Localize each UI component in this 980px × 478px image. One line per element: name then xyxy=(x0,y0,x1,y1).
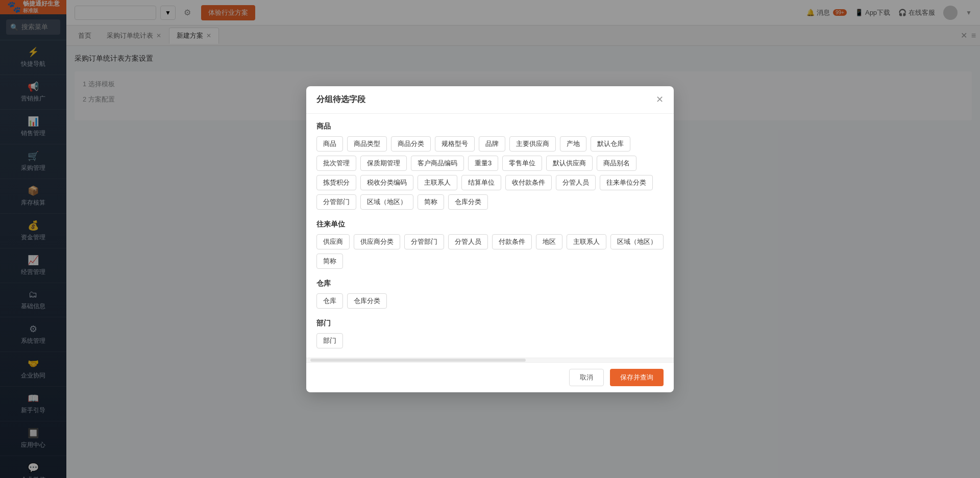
section-department-tags: 部门 xyxy=(316,333,664,348)
modal-overlay: 分组待选字段 ✕ 商品 商品 商品类型 商品分类 规格型号 品牌 主要供应商 产… xyxy=(0,0,980,478)
section-department: 部门 部门 xyxy=(316,319,664,348)
modal-footer: 取消 保存并查询 xyxy=(306,362,674,392)
field-tag[interactable]: 付款条件 xyxy=(492,234,532,249)
field-tag[interactable]: 重量3 xyxy=(468,156,498,171)
field-tag[interactable]: 默认仓库 xyxy=(591,136,630,152)
field-select-modal: 分组待选字段 ✕ 商品 商品 商品类型 商品分类 规格型号 品牌 主要供应商 产… xyxy=(306,86,674,392)
field-tag[interactable]: 批次管理 xyxy=(316,156,356,171)
section-product-title: 商品 xyxy=(316,122,664,131)
field-tag[interactable]: 区域（地区） xyxy=(610,234,664,249)
modal-body[interactable]: 商品 商品 商品类型 商品分类 规格型号 品牌 主要供应商 产地 默认仓库 批次… xyxy=(306,114,674,358)
field-tag[interactable]: 分管部门 xyxy=(404,234,444,249)
field-tag[interactable]: 区域（地区） xyxy=(360,194,413,210)
field-tag[interactable]: 供应商分类 xyxy=(354,234,400,249)
field-tag[interactable]: 分管部门 xyxy=(316,194,356,210)
field-tag[interactable]: 主联系人 xyxy=(567,234,606,249)
field-tag[interactable]: 品牌 xyxy=(479,136,505,152)
field-tag[interactable]: 供应商 xyxy=(316,234,350,249)
field-tag[interactable]: 拣货积分 xyxy=(316,175,356,190)
field-tag[interactable]: 零售单位 xyxy=(502,156,542,171)
field-tag[interactable]: 商品类型 xyxy=(347,136,387,152)
field-tag[interactable]: 保质期管理 xyxy=(360,156,407,171)
field-tag[interactable]: 部门 xyxy=(316,333,343,348)
field-tag[interactable]: 结算单位 xyxy=(461,175,501,190)
section-warehouse: 仓库 仓库 仓库分类 xyxy=(316,279,664,309)
section-product: 商品 商品 商品类型 商品分类 规格型号 品牌 主要供应商 产地 默认仓库 批次… xyxy=(316,122,664,210)
field-tag[interactable]: 主要供应商 xyxy=(509,136,556,152)
section-partner-tags: 供应商 供应商分类 分管部门 分管人员 付款条件 地区 主联系人 区域（地区） … xyxy=(316,234,664,269)
modal-hscrollbar[interactable] xyxy=(306,358,674,362)
section-product-tags: 商品 商品类型 商品分类 规格型号 品牌 主要供应商 产地 默认仓库 批次管理 … xyxy=(316,136,664,210)
hscroll-thumb[interactable] xyxy=(310,359,526,362)
field-tag[interactable]: 主联系人 xyxy=(418,175,457,190)
field-tag[interactable]: 默认供应商 xyxy=(546,156,593,171)
field-tag[interactable]: 仓库分类 xyxy=(347,293,387,309)
field-tag[interactable]: 产地 xyxy=(560,136,586,152)
field-tag[interactable]: 收付款条件 xyxy=(505,175,552,190)
modal-close-button[interactable]: ✕ xyxy=(656,95,664,104)
field-tag[interactable]: 地区 xyxy=(536,234,562,249)
field-tag[interactable]: 简称 xyxy=(316,254,343,269)
field-tag[interactable]: 规格型号 xyxy=(435,136,475,152)
field-tag[interactable]: 商品别名 xyxy=(597,156,636,171)
field-tag[interactable]: 仓库分类 xyxy=(448,194,488,210)
section-partner-title: 往来单位 xyxy=(316,220,664,229)
section-warehouse-title: 仓库 xyxy=(316,279,664,288)
field-tag[interactable]: 客户商品编码 xyxy=(411,156,464,171)
modal-title: 分组待选字段 xyxy=(316,94,365,105)
field-tag[interactable]: 往来单位分类 xyxy=(600,175,653,190)
field-tag[interactable]: 商品分类 xyxy=(391,136,431,152)
cancel-button[interactable]: 取消 xyxy=(569,369,604,386)
field-tag[interactable]: 仓库 xyxy=(316,293,343,309)
field-tag[interactable]: 简称 xyxy=(418,194,444,210)
field-tag[interactable]: 税收分类编码 xyxy=(360,175,413,190)
field-tag[interactable]: 分管人员 xyxy=(556,175,596,190)
section-partner: 往来单位 供应商 供应商分类 分管部门 分管人员 付款条件 地区 主联系人 区域… xyxy=(316,220,664,269)
section-warehouse-tags: 仓库 仓库分类 xyxy=(316,293,664,309)
save-query-button[interactable]: 保存并查询 xyxy=(610,369,664,386)
modal-header: 分组待选字段 ✕ xyxy=(306,86,674,114)
section-department-title: 部门 xyxy=(316,319,664,328)
field-tag[interactable]: 分管人员 xyxy=(448,234,488,249)
field-tag[interactable]: 商品 xyxy=(316,136,343,152)
